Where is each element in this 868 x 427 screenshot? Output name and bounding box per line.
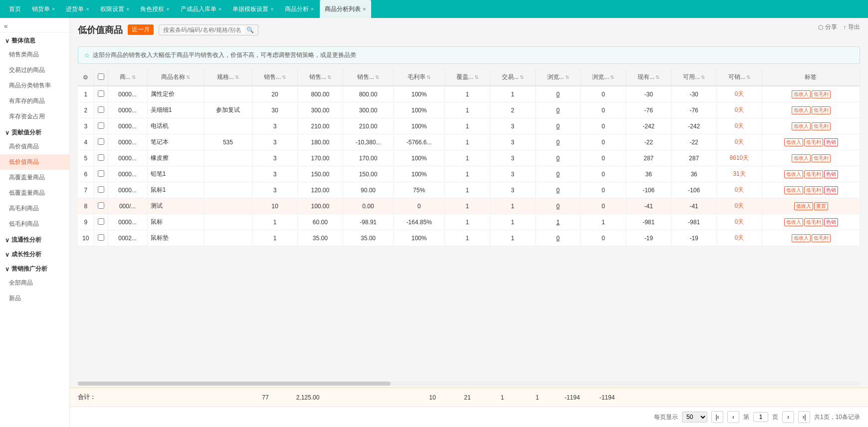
td-checkbox[interactable]	[94, 182, 108, 198]
td-col11[interactable]: 0	[535, 230, 581, 246]
nav-role-auth-close[interactable]: ×	[166, 6, 169, 12]
th-sales3[interactable]: 销售...⇅	[343, 69, 394, 86]
sidebar-item-low-margin[interactable]: 低毛利商品	[0, 216, 69, 232]
nav-bill-template[interactable]: 单据模板设置 ×	[227, 0, 278, 18]
sidebar-item-sales-goods[interactable]: 销售类商品	[0, 47, 69, 62]
sidebar-item-inventory-goods[interactable]: 有库存的商品	[0, 93, 69, 109]
browse-link[interactable]: 0	[556, 107, 560, 114]
browse-link[interactable]: 0	[556, 171, 560, 178]
prev-page-button[interactable]: ‹	[727, 411, 739, 423]
nav-purchase-order[interactable]: 进货单 ×	[61, 0, 94, 18]
row-checkbox[interactable]	[98, 218, 104, 225]
th-spec[interactable]: 规格...⇅	[204, 69, 252, 86]
th-current[interactable]: 现有...⇅	[626, 69, 671, 86]
sidebar-item-traded-goods[interactable]: 交易过的商品	[0, 62, 69, 78]
nav-goods-analysis[interactable]: 商品分析 ×	[280, 0, 319, 18]
td-checkbox[interactable]	[94, 134, 108, 150]
td-checkbox[interactable]	[94, 166, 108, 182]
settings-icon[interactable]: ⚙	[83, 74, 88, 81]
th-browse1[interactable]: 浏览...⇅	[535, 69, 581, 86]
th-coverage[interactable]: 覆盖...⇅	[444, 69, 490, 86]
nav-goods-analysis-list[interactable]: 商品分析列表 ×	[320, 0, 371, 18]
row-checkbox[interactable]	[98, 234, 104, 241]
td-col11[interactable]: 0	[535, 118, 581, 134]
nav-finished-goods[interactable]: 产成品入库单 ×	[176, 0, 226, 18]
browse-link[interactable]: 0	[556, 155, 560, 162]
first-page-button[interactable]: |‹	[711, 411, 723, 423]
td-checkbox[interactable]	[94, 86, 108, 102]
td-checkbox[interactable]	[94, 102, 108, 118]
td-checkbox[interactable]	[94, 230, 108, 246]
th-available[interactable]: 可用...⇅	[671, 69, 717, 86]
horizontal-scrollbar[interactable]	[78, 382, 860, 386]
row-checkbox[interactable]	[98, 154, 104, 161]
search-icon[interactable]: 🔍	[246, 26, 254, 33]
row-checkbox[interactable]	[98, 122, 104, 129]
th-browse2[interactable]: 浏览...⇅	[581, 69, 626, 86]
filter-recent-month-button[interactable]: 近一月	[128, 24, 154, 35]
nav-goods-analysis-close[interactable]: ×	[311, 6, 314, 12]
th-sales1[interactable]: 销售...⇅	[252, 69, 298, 86]
nav-sales-order[interactable]: 销货单 ×	[27, 0, 60, 18]
sidebar-collapse-button[interactable]: «	[4, 22, 8, 30]
th-code[interactable]: 商...⇅	[108, 69, 147, 86]
search-input[interactable]	[163, 26, 244, 33]
nav-role-auth[interactable]: 角色授权 ×	[135, 0, 174, 18]
td-col11[interactable]: 1	[535, 214, 581, 230]
row-checkbox[interactable]	[98, 138, 104, 145]
td-checkbox[interactable]	[94, 150, 108, 166]
browse-link[interactable]: 0	[556, 235, 560, 242]
th-margin-rate[interactable]: 毛利率⇅	[394, 69, 445, 86]
th-checkbox[interactable]	[94, 69, 108, 86]
th-name[interactable]: 商品名称⇅	[147, 69, 204, 86]
td-col11[interactable]: 0	[535, 182, 581, 198]
browse-link[interactable]: 0	[556, 139, 560, 146]
sidebar-item-inventory-funds[interactable]: 库存资金占用	[0, 109, 69, 124]
nav-sales-order-close[interactable]: ×	[52, 6, 55, 12]
next-page-button[interactable]: ›	[782, 411, 794, 423]
sidebar-item-high-value[interactable]: 高价值商品	[0, 139, 69, 154]
row-checkbox[interactable]	[98, 170, 104, 177]
scrollbar-thumb[interactable]	[78, 382, 391, 386]
nav-permission-close[interactable]: ×	[126, 6, 129, 12]
td-checkbox[interactable]	[94, 198, 108, 214]
th-sellable[interactable]: 可销...⇅	[717, 69, 762, 86]
td-col11[interactable]: 0	[535, 134, 581, 150]
nav-purchase-order-close[interactable]: ×	[86, 6, 89, 12]
sidebar-item-category-sales[interactable]: 商品分类销售率	[0, 78, 69, 93]
th-trade[interactable]: 交易...⇅	[490, 69, 535, 86]
th-sales2[interactable]: 销售...⇅	[297, 69, 343, 86]
sidebar-item-new-goods[interactable]: 新品	[0, 291, 69, 306]
browse-link[interactable]: 0	[556, 91, 560, 98]
td-col11[interactable]: 0	[535, 166, 581, 182]
td-checkbox[interactable]	[94, 214, 108, 230]
td-col11[interactable]: 0	[535, 198, 581, 214]
row-checkbox[interactable]	[98, 202, 104, 209]
current-page-input[interactable]	[753, 412, 768, 422]
td-col11[interactable]: 0	[535, 150, 581, 166]
nav-bill-template-close[interactable]: ×	[270, 6, 273, 12]
sidebar-item-low-coverage[interactable]: 低覆盖量商品	[0, 185, 69, 201]
browse-link[interactable]: 0	[556, 187, 560, 194]
row-checkbox[interactable]	[98, 90, 104, 97]
browse-link[interactable]: 0	[556, 123, 560, 130]
nav-finished-goods-close[interactable]: ×	[218, 6, 221, 12]
row-checkbox[interactable]	[98, 106, 104, 113]
th-settings[interactable]: ⚙	[78, 69, 94, 86]
browse-link[interactable]: 1	[556, 219, 560, 226]
sidebar-item-high-margin[interactable]: 高毛利商品	[0, 201, 69, 216]
share-button[interactable]: ⬡ 分享	[818, 23, 837, 31]
nav-home[interactable]: 首页	[4, 0, 26, 18]
browse-link[interactable]: 0	[556, 203, 560, 210]
select-all-checkbox[interactable]	[98, 73, 104, 80]
td-col11[interactable]: 0	[535, 86, 581, 102]
nav-permission[interactable]: 权限设置 ×	[95, 0, 134, 18]
row-checkbox[interactable]	[98, 186, 104, 193]
page-size-select[interactable]: 50 100 200	[682, 412, 707, 423]
td-checkbox[interactable]	[94, 118, 108, 134]
sidebar-item-all-goods[interactable]: 全部商品	[0, 275, 69, 291]
nav-goods-analysis-list-close[interactable]: ×	[363, 6, 366, 12]
export-button[interactable]: ↑ 导出	[843, 23, 860, 31]
sidebar-item-low-value[interactable]: 低价值商品	[0, 154, 69, 170]
th-tags[interactable]: 标签	[762, 69, 860, 86]
